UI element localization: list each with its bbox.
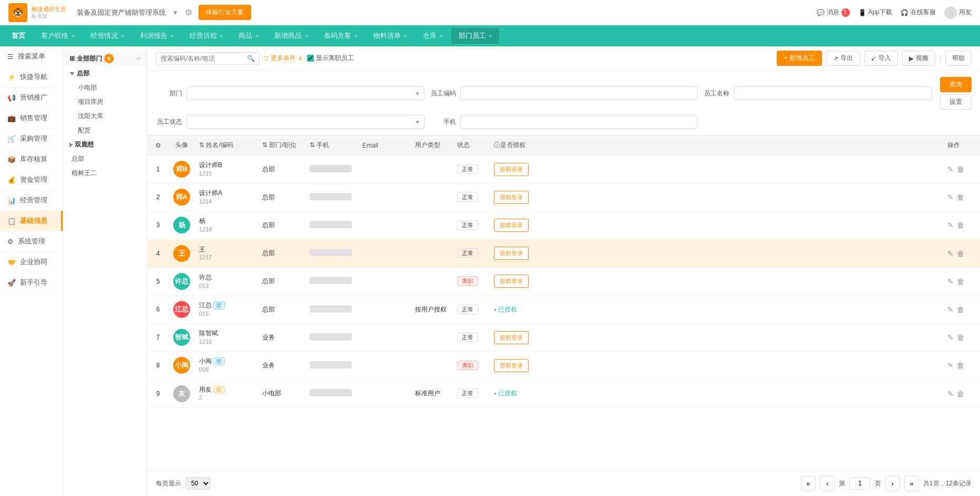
close-icon[interactable]: × [220, 33, 223, 39]
set-btn[interactable]: 设置 [940, 94, 972, 110]
tab-warehouse[interactable]: 仓库 × [415, 28, 450, 44]
tab-new-product[interactable]: 新增商品 × [267, 28, 315, 44]
close-icon[interactable]: × [121, 33, 124, 39]
auth-login-btn[interactable]: 授权登录 [494, 191, 529, 204]
delete-icon[interactable]: 🗑 [957, 361, 964, 369]
delete-icon[interactable]: 🗑 [957, 165, 964, 173]
query-btn[interactable]: 查询 [940, 77, 972, 92]
dept-select[interactable] [186, 86, 424, 100]
sidebar-item-operation[interactable]: 📊 经营管理 [0, 190, 63, 211]
tab-bom[interactable]: 物料清单 × [366, 28, 414, 44]
tab-home[interactable]: 首页 [4, 28, 33, 44]
edit-icon[interactable]: ✎ [947, 165, 954, 173]
auth-login-btn[interactable]: 授权登录 [494, 331, 529, 344]
close-icon[interactable]: × [305, 33, 308, 39]
th-phone[interactable]: ⇅ 手机 [305, 135, 358, 155]
dept-tree-xiaodiaobu[interactable]: 小电部 [63, 81, 147, 95]
more-filter-btn[interactable]: ▽ 更多条件 ∧ [264, 54, 303, 63]
auth-login-btn[interactable]: 授权登录 [494, 247, 529, 260]
tab-customer[interactable]: 客户联络 × [34, 28, 82, 44]
emp-code-input[interactable] [460, 86, 698, 100]
page-size-select[interactable]: 50 [185, 477, 211, 490]
edit-icon[interactable]: ✎ [947, 333, 954, 342]
emp-status-select[interactable] [186, 115, 424, 129]
first-page-btn[interactable]: « [801, 476, 816, 491]
tab-department[interactable]: 部门员工 × [451, 28, 500, 44]
tab-barcode[interactable]: 条码方案 × [316, 28, 365, 44]
edit-icon[interactable]: ✎ [947, 390, 954, 398]
dept-tree-group-zongbu[interactable]: 总部 [63, 66, 147, 81]
help-btn[interactable]: 帮助 [945, 51, 972, 66]
close-icon[interactable]: × [171, 33, 174, 39]
delete-icon[interactable]: 🗑 [957, 333, 964, 342]
settings-col-icon[interactable]: ⚙ [155, 142, 161, 149]
sidebar-item-basic-info[interactable]: 📋 基础信息 [0, 211, 63, 231]
sidebar-item-corp[interactable]: 🤝 企业协同 [0, 252, 63, 273]
dept-tree-shenyang[interactable]: 沈阳大库 [63, 109, 147, 123]
phone-input[interactable] [460, 115, 698, 129]
page-number-input[interactable] [849, 477, 870, 490]
dept-tree-zongbu2[interactable]: 总部 [63, 152, 147, 166]
delete-icon[interactable]: 🗑 [957, 249, 964, 258]
sidebar-item-purchase[interactable]: 🛒 采购管理 [0, 129, 63, 149]
dept-tree-delivery[interactable]: 配货 [63, 123, 147, 138]
edit-icon[interactable]: ✎ [947, 221, 954, 229]
close-icon[interactable]: × [255, 33, 259, 39]
dept-tree-project-room[interactable]: 项目库房 [63, 95, 147, 109]
message-btn[interactable]: 💬 消息 5 [817, 8, 850, 17]
delete-icon[interactable]: 🗑 [957, 305, 964, 314]
th-name[interactable]: ⇅ 姓名/编码 [195, 135, 258, 155]
close-icon[interactable]: × [72, 33, 75, 39]
sidebar-item-quick-nav[interactable]: ⚡ 快捷导航 [0, 67, 63, 87]
emp-name-input[interactable] [734, 86, 932, 100]
auth-login-btn[interactable]: 授权登录 [494, 359, 529, 372]
sidebar-item-system[interactable]: ⚙ 系统管理 [0, 231, 63, 252]
dropdown-icon[interactable]: ▼ [172, 9, 179, 16]
try-industry-button[interactable]: 体验行业方案 [199, 5, 251, 20]
show-resigned-checkbox[interactable] [307, 55, 314, 62]
add-employee-btn[interactable]: + 新增员工 [777, 51, 822, 66]
edit-icon[interactable]: ✎ [947, 361, 954, 369]
import-btn[interactable]: ↙ 导入 [864, 51, 898, 66]
delete-icon[interactable]: 🗑 [957, 390, 964, 398]
prev-page-btn[interactable]: ‹ [820, 476, 835, 491]
dept-tree-zhishuwang[interactable]: 植树王二 [63, 166, 147, 180]
close-icon[interactable]: × [404, 33, 407, 39]
auth-info-icon[interactable]: ⓘ [494, 141, 500, 149]
sidebar-item-marketing[interactable]: 📢 营销推广 [0, 87, 63, 108]
tab-product[interactable]: 商品 × [231, 28, 266, 44]
export-btn[interactable]: ↗ 导出 [826, 51, 860, 66]
sidebar-item-finance[interactable]: 💰 资金管理 [0, 170, 63, 190]
sidebar-item-guide[interactable]: 🚀 新手引导 [0, 273, 63, 293]
sidebar-item-sales[interactable]: 💼 销售管理 [0, 108, 63, 129]
delete-icon[interactable]: 🗑 [957, 221, 964, 229]
delete-icon[interactable]: 🗑 [957, 193, 964, 201]
tab-profit[interactable]: 利润报告 × [133, 28, 181, 44]
view-btn[interactable]: ▶ 视频 [902, 51, 935, 66]
edit-icon[interactable]: ✎ [947, 249, 954, 258]
tab-operation[interactable]: 经营情况 × [83, 28, 132, 44]
dept-tree-group-shuangluxiang[interactable]: 双鹿想 [63, 138, 147, 152]
online-service-btn[interactable]: 🎧 在线客服 [900, 8, 936, 17]
show-resigned-checkbox-label[interactable]: 显示离职员工 [307, 54, 354, 63]
sidebar-item-search-menu[interactable]: ☰ 搜索菜单 [0, 46, 63, 67]
tab-history[interactable]: 经营历程 × [182, 28, 231, 44]
sidebar-item-inventory[interactable]: 📦 库存核算 [0, 149, 63, 170]
user-btn[interactable]: 用友 [944, 6, 972, 19]
edit-icon[interactable]: ✎ [947, 193, 954, 201]
close-icon[interactable]: × [440, 33, 443, 39]
close-icon[interactable]: × [354, 33, 358, 39]
close-icon[interactable]: × [489, 33, 492, 39]
auth-login-btn[interactable]: 授权登录 [494, 219, 529, 232]
delete-icon[interactable]: 🗑 [957, 277, 964, 286]
edit-icon[interactable]: ✎ [947, 277, 954, 286]
settings-icon[interactable]: ⚙ [185, 7, 192, 17]
next-page-btn[interactable]: › [885, 476, 900, 491]
auth-login-btn[interactable]: 授权登录 [494, 163, 529, 176]
app-download-btn[interactable]: 📱 App下载 [858, 8, 892, 17]
search-input[interactable] [161, 55, 245, 62]
last-page-btn[interactable]: » [904, 476, 919, 491]
collapse-btn[interactable]: ‹‹ [136, 55, 141, 62]
th-dept[interactable]: ⇅ 部门/职位 [258, 135, 305, 155]
auth-login-btn[interactable]: 授权登录 [494, 275, 529, 288]
